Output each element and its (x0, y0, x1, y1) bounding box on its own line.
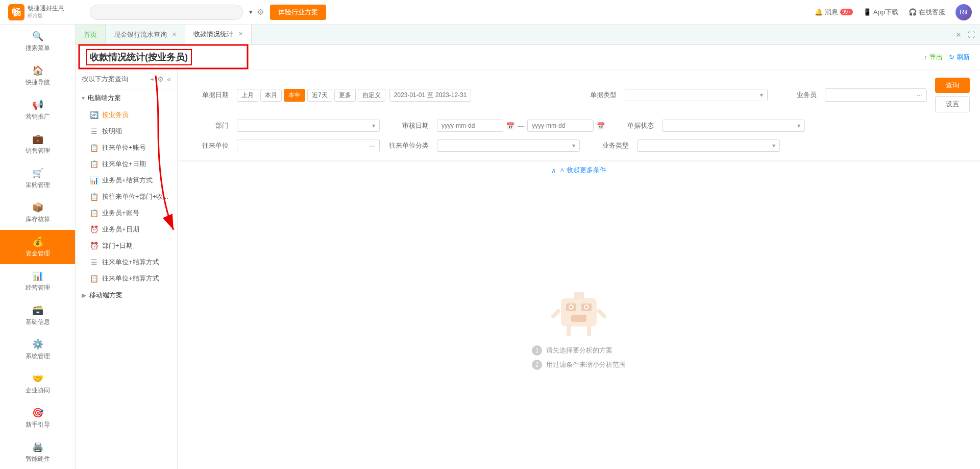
sidebar-item-operation[interactable]: 📊 经营管理 (0, 264, 75, 298)
avatar[interactable]: Rit (955, 4, 972, 20)
top-header: 畅 畅捷通好生意 标准版 ▾ ⚙ 体验行业方案 🔔 消息 99+ 📱 App下载… (0, 0, 980, 25)
sidebar-item-search-menu[interactable]: 🔍 搜索菜单 (0, 25, 75, 59)
scheme-item-by-salesperson[interactable]: 🔄 按业务员 (76, 107, 177, 123)
receipt-stats-tab-close[interactable]: ✕ (238, 31, 243, 37)
form-row-3: 往来单位 ··· 往来单位分类 ▾ 业务类型 (188, 139, 970, 152)
tip-num-1: 1 (532, 345, 542, 356)
scheme-panel-header: 按以下方案查询 + ⚙ « (76, 69, 177, 89)
date-range-input[interactable]: 2023-01-01 至 2023-12-31 (389, 89, 472, 102)
doc-type-select[interactable]: ▾ (625, 89, 768, 101)
partner-label: 往来单位 (188, 141, 229, 150)
sidebar-item-smart-hw[interactable]: 🖨️ 智能硬件 (0, 435, 75, 469)
date-btn-last-7-days[interactable]: 近7天 (307, 89, 332, 102)
date-btn-custom[interactable]: 自定义 (358, 89, 385, 102)
pc-group-collapse-icon: ▾ (82, 95, 85, 102)
scheme-group-pc[interactable]: ▾ 电脑端方案 (76, 89, 177, 107)
review-date-label: 审核日期 (388, 121, 429, 130)
export-icon: ↑ (924, 53, 928, 61)
dept-select[interactable]: ▾ (237, 120, 380, 132)
page-header-actions: ↑ 导出 ↻ 刷新 (924, 53, 970, 62)
bank-flow-tab-close[interactable]: ✕ (172, 31, 177, 38)
svg-rect-0 (561, 298, 597, 326)
partner-category-chevron: ▾ (572, 142, 575, 149)
online-service-item[interactable]: 🎧 在线客服 (909, 8, 945, 17)
date-label: 单据日期 (188, 90, 229, 100)
date-btn-more[interactable]: 更多 (334, 89, 356, 102)
search-input[interactable] (90, 5, 243, 20)
sidebar-item-inventory[interactable]: 📦 库存核算 (0, 196, 75, 230)
tab-close-all-btn[interactable]: ✕ (955, 31, 962, 39)
scheme-item-partner-dept-receipt[interactable]: 📋 按往来单位+部门+收... (76, 189, 177, 205)
download-icon: 📱 (863, 8, 871, 16)
scheme-item-salesperson-settlement[interactable]: 📊 业务员+结算方式 (76, 172, 177, 189)
date-btn-last-month[interactable]: 上月 (237, 89, 258, 102)
date-btn-this-year[interactable]: 本年 (284, 89, 305, 102)
sidebar-item-marketing[interactable]: 📢 营销推广 (0, 93, 75, 127)
review-date-from[interactable] (437, 120, 503, 132)
partner-more-icon: ··· (369, 142, 375, 150)
scheme-item-partner-settlement[interactable]: ☰ 往来单位+结算方式 (76, 254, 177, 270)
page-title: 收款情况统计(按业务员) (86, 49, 192, 65)
trial-button[interactable]: 体验行业方案 (270, 5, 326, 20)
scheme-item-partner-account[interactable]: 📋 往来单位+账号 (76, 139, 177, 156)
salesperson-scheme-icon: 🔄 (90, 111, 98, 119)
tab-home[interactable]: 首页 (76, 25, 106, 44)
settings-icon[interactable]: ⚙ (257, 7, 264, 17)
sidebar-item-sales[interactable]: 💼 销售管理 (0, 127, 75, 161)
dept-chevron: ▾ (372, 122, 375, 129)
scheme-item-partner-date[interactable]: 📋 往来单位+日期 (76, 156, 177, 172)
scheme-group-mobile[interactable]: ▶ 移动端方案 (76, 287, 177, 304)
mobile-group-label: 移动端方案 (89, 291, 122, 300)
sidebar-item-purchase[interactable]: 🛒 采购管理 (0, 161, 75, 196)
header-dropdown[interactable]: ▾ (249, 8, 253, 16)
scheme-add-btn[interactable]: + (150, 75, 154, 83)
sidebar-item-corp-collab[interactable]: 🤝 企业协同 (0, 367, 75, 401)
partner-settlement2-icon: 📋 (90, 274, 98, 283)
smart-hw-icon: 🖨️ (32, 441, 43, 453)
partner-settlement-label: 往来单位+结算方式 (102, 257, 159, 267)
refresh-btn[interactable]: ↻ 刷新 (949, 53, 970, 62)
dept-date-label: 部门+日期 (102, 241, 133, 250)
content-area: 首页 现金银行流水查询 ✕ 收款情况统计 ✕ ✕ ⛶ 收款情况统计(按业务员) … (76, 25, 980, 469)
partner-category-select[interactable]: ▾ (437, 139, 580, 152)
header-right: 🔔 消息 99+ 📱 App下载 🎧 在线客服 Rit (815, 4, 972, 20)
svg-line-9 (553, 311, 558, 316)
system-icon: ⚙️ (32, 339, 43, 350)
inventory-icon: 📦 (32, 202, 43, 213)
scheme-item-dept-date[interactable]: ⏰ 部门+日期 (76, 238, 177, 254)
review-date-to[interactable] (527, 120, 594, 132)
sidebar-item-beginner[interactable]: 🎯 新手引导 (0, 401, 75, 435)
set-button[interactable]: 设置 (935, 96, 970, 112)
scheme-item-partner-settlement2[interactable]: 📋 往来单位+结算方式 (76, 270, 177, 287)
partner-dept-label: 按往来单位+部门+收... (102, 192, 168, 201)
collapse-conditions-btn[interactable]: ∧ ∧ 收起更多条件 (178, 161, 980, 179)
tab-bank-flow[interactable]: 现金银行流水查询 ✕ (106, 25, 185, 44)
salesperson-select[interactable]: ··· (825, 88, 927, 102)
sidebar-item-quick-nav[interactable]: 🏠 快捷导航 (0, 59, 75, 93)
sidebar-item-system[interactable]: ⚙️ 系统管理 (0, 333, 75, 367)
scheme-collapse-btn[interactable]: « (167, 75, 171, 83)
doc-status-select[interactable]: ▾ (662, 120, 805, 132)
app-download-item[interactable]: 📱 App下载 (863, 8, 898, 17)
sidebar-item-base-info[interactable]: 🗃️ 基础信息 (0, 298, 75, 333)
partner-select[interactable]: ··· (237, 139, 380, 152)
service-icon: 🎧 (909, 8, 917, 16)
notification-item[interactable]: 🔔 消息 99+ (815, 8, 853, 17)
scheme-item-salesperson-account[interactable]: 📋 业务员+账号 (76, 205, 177, 221)
biz-type-select[interactable]: ▾ (637, 139, 780, 152)
review-date-field: 📅 — 📅 (437, 120, 605, 132)
scheme-item-by-detail[interactable]: ☰ 按明细 (76, 123, 177, 139)
query-button[interactable]: 查询 (935, 78, 970, 93)
app-logo-icon: 畅 (8, 4, 24, 20)
detail-scheme-icon: ☰ (90, 127, 98, 135)
sidebar-item-finance[interactable]: 💰 资金管理 (0, 230, 75, 264)
app-badge: 标准版 (28, 12, 64, 19)
scheme-settings-btn[interactable]: ⚙ (157, 75, 164, 83)
tab-maximize-btn[interactable]: ⛶ (968, 31, 975, 39)
bank-flow-tab-label: 现金银行流水查询 (114, 30, 167, 39)
scheme-item-salesperson-date[interactable]: ⏰ 业务员+日期 (76, 221, 177, 238)
export-btn[interactable]: ↑ 导出 (924, 53, 943, 62)
tab-receipt-stats[interactable]: 收款情况统计 ✕ (185, 25, 252, 44)
date-btn-this-month[interactable]: 本月 (260, 89, 282, 102)
doc-type-label: 单据类型 (576, 90, 617, 100)
